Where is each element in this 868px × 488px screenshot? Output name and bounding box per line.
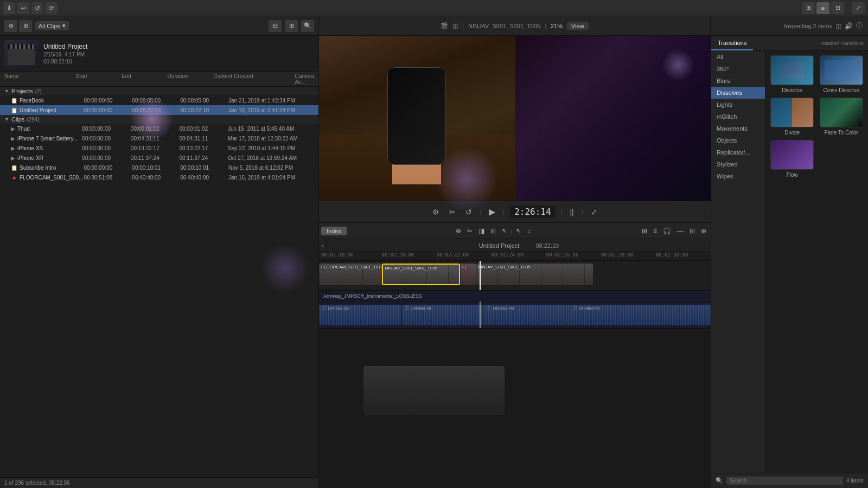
untitled-project-icon: 📋 [11, 107, 17, 113]
viewer-expand-btn[interactable]: ⤢ [589, 207, 599, 217]
transition-cross-dissolve[interactable]: Cross Dissolve [819, 55, 864, 93]
viewer-right [515, 36, 711, 201]
view-list-btn[interactable]: ≡ [816, 2, 829, 14]
tl-icon-cursor[interactable]: ↖ [500, 226, 509, 236]
filter-btn[interactable]: ⊟ [269, 20, 282, 32]
tr-sidebar-all[interactable]: All [711, 51, 765, 63]
iphonexs-name: iPhone XS [17, 145, 82, 151]
col-start-header[interactable]: Start [76, 73, 122, 85]
library-status-bar: 1 of 296 selected, 08:22:06 [0, 477, 318, 488]
tr-sidebar-mglitch[interactable]: mGlitch [711, 111, 765, 123]
view-dropdown-btn[interactable]: View [567, 22, 589, 30]
view-detail-btn[interactable]: ⊟ [831, 2, 844, 14]
audio-clip-39[interactable]: 🎵 Untitled-39 [319, 305, 401, 325]
col-name-header[interactable]: Name [4, 73, 76, 85]
project-duration: 00:08:22:10 [43, 59, 87, 65]
toolbar-btn-undo[interactable]: ↩ [17, 2, 29, 14]
lib-icon-1[interactable]: ⊕ [4, 20, 17, 32]
transitions-search-input[interactable] [726, 477, 843, 485]
zoom-level[interactable]: 21% [551, 23, 563, 29]
tl-icon-headphone[interactable]: 🎧 [661, 226, 673, 236]
clips-count: (294) [27, 117, 39, 123]
search-btn[interactable]: 🔍 [301, 20, 314, 32]
inspector-icon-info[interactable]: ⓘ [856, 21, 863, 30]
tr-sidebar-replicator[interactable]: Replicator/... [711, 146, 765, 158]
clip-selector[interactable]: All Clips ▾ [35, 21, 69, 30]
timecode-ruler: 00:02:18:00 00:02:20:00 00:02:22:00 00:0… [319, 252, 711, 261]
inspector-icon-1[interactable]: ◫ [835, 22, 841, 30]
timeline-back-btn[interactable]: ‹ [319, 239, 327, 252]
transitions-tab[interactable]: Transitions [711, 36, 753, 50]
inspecting-label: Inspecting 2 items [784, 23, 832, 29]
tl-icon-arrow[interactable]: ↖ [514, 226, 524, 236]
tr-sidebar-stylized[interactable]: Stylized [711, 158, 765, 170]
viewer-play-btn[interactable]: ▶ [487, 206, 497, 218]
dissolve-label: Dissolve [782, 87, 802, 93]
tl-icon-r1[interactable]: ⊞ [640, 226, 649, 236]
tl-icon-blade[interactable]: ✂ [465, 226, 475, 236]
tl-icon-mark[interactable]: ◨ [476, 226, 487, 236]
track-clip-ninjav2[interactable]: NINJAV_S001_S001_T005 [476, 264, 593, 285]
divide-thumb [770, 98, 814, 127]
toolbar-btn-redo[interactable]: ↺ [31, 2, 43, 14]
tl-icon-zoom[interactable]: ⊕ [699, 226, 709, 236]
tr-sidebar-lights[interactable]: Lights [711, 99, 765, 111]
file-row-iphonexr[interactable]: ▶ iPhone XR 00:00:00:00 00:11:37:24 00:1… [0, 153, 318, 163]
tl-icon-pos[interactable]: ↕ [525, 226, 533, 236]
audio-clip-41[interactable]: 🎵 Untitled-41 [402, 305, 484, 325]
thud-name: Thud [17, 126, 82, 132]
projects-count: (2) [35, 88, 42, 94]
clips-label: Clips [11, 116, 24, 123]
file-row-floorcam[interactable]: 🔺 FLOORCAM_S001_S00... 06:30:51:08 06:40… [0, 172, 318, 182]
playhead[interactable] [480, 261, 481, 290]
track-clip-fl[interactable]: FL... [460, 264, 476, 285]
timeline-index-tab[interactable]: Index [321, 227, 347, 235]
viewer-clip-icon[interactable]: ◫ [452, 22, 458, 29]
transitions-sidebar: All 360° Blurs Dissolves Lights mGlitch … [711, 51, 765, 473]
tr-sidebar-blurs[interactable]: Blurs [711, 75, 765, 87]
track-clip-ninjav1[interactable]: NINJAV_S001_S001_T005 [382, 264, 460, 285]
timeline-duration: 08:22:10 [535, 242, 559, 249]
viewer-audio-btn[interactable]: || [567, 207, 576, 217]
tr-sidebar-movements[interactable]: Movements [711, 123, 765, 134]
tl-icon-minus[interactable]: — [675, 226, 686, 236]
toolbar-btn-refresh[interactable]: ⟳ [46, 2, 58, 14]
audio-playhead [480, 301, 481, 328]
viewer-settings-btn[interactable]: ⚙ [430, 207, 442, 217]
transition-fade-to-color[interactable]: Fade To Color [819, 98, 864, 136]
col-duration-header[interactable]: Duration [168, 73, 214, 85]
tl-icon-r2[interactable]: ≡ [651, 226, 659, 236]
viewer-settings-icon[interactable]: 🎬 [441, 22, 448, 29]
transition-divide[interactable]: Divide [770, 98, 815, 136]
inspector-icon-audio[interactable]: 🔊 [845, 22, 853, 30]
cross-dissolve-label: Cross Dissolve [823, 87, 859, 93]
tl-icon-add[interactable]: ⊕ [454, 226, 463, 236]
fullscreen-btn[interactable]: ⤢ [852, 2, 865, 14]
tl-icon-r3[interactable]: ⊟ [687, 226, 697, 236]
tr-sidebar-wipes[interactable]: Wipes [711, 170, 765, 182]
projects-section-header[interactable]: ▼ Projects (2) [0, 87, 318, 95]
col-end-header[interactable]: End [122, 73, 168, 85]
audio-clip-54[interactable]: 🎵 Untitled-54 [570, 305, 711, 325]
file-row-iphonexs[interactable]: ▶ iPhone XS 00:00:00:00 00:13:22:17 00:1… [0, 143, 318, 153]
col-content-header[interactable]: Content Created [213, 73, 295, 85]
track-clip-floorcam[interactable]: FLOORCAM_S001_S001_T010 [319, 264, 382, 285]
cross-dissolve-thumb [820, 55, 863, 85]
subscribe-name: Subscribe Intro [20, 165, 84, 171]
fade-to-color-thumb [820, 98, 863, 127]
audio-clip-48[interactable]: 🎵 Untitled-48 [484, 305, 570, 325]
toolbar-btn-download[interactable]: ⬇ [3, 2, 15, 14]
view-grid-btn[interactable]: ⊞ [802, 2, 815, 14]
top-toolbar: ⬇ ↩ ↺ ⟳ ⊞ ≡ ⊟ ⤢ [0, 0, 868, 16]
tr-sidebar-dissolves[interactable]: Dissolves [711, 87, 765, 99]
file-row-subscribe[interactable]: 📋 Subscribe Intro 00:00:00:00 00:00:10:0… [0, 163, 318, 172]
lib-icon-2[interactable]: ⊞ [19, 20, 32, 32]
transition-flow[interactable]: Flow [770, 140, 815, 178]
subscribe-icon: 📋 [11, 165, 17, 171]
sort-btn[interactable]: ⊞ [285, 20, 298, 32]
tr-sidebar-objects[interactable]: Objects [711, 134, 765, 146]
transition-dissolve[interactable]: Dissolve [770, 55, 815, 93]
tr-sidebar-360[interactable]: 360° [711, 63, 765, 75]
col-camera-header[interactable]: Camera An... [295, 73, 314, 85]
tl-icon-transform[interactable]: ⊟ [488, 226, 498, 236]
